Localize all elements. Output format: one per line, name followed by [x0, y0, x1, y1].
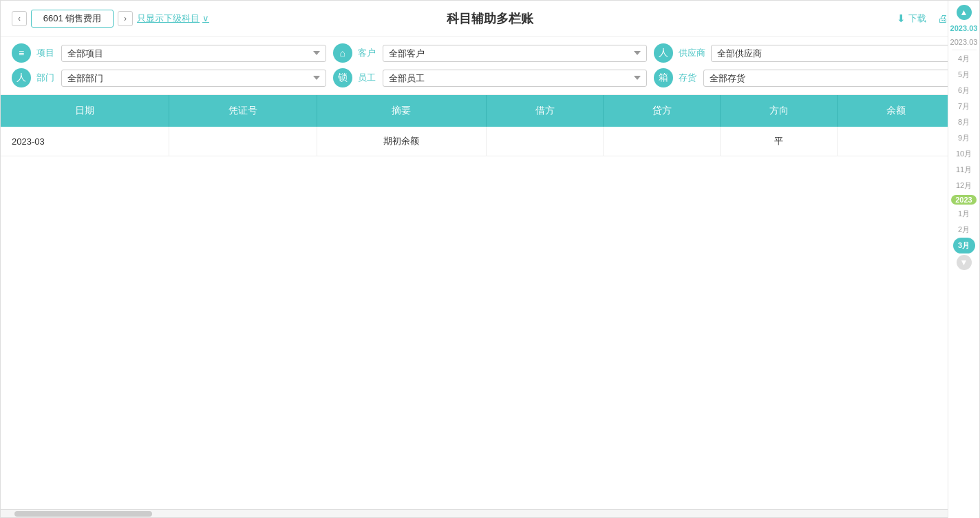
timeline-month-12月[interactable]: 12月 [948, 178, 979, 194]
supplier-select[interactable]: 全部供应商 [711, 45, 968, 62]
project-icon: ≡ [12, 43, 31, 63]
show-sub-button[interactable]: 只显示下级科目 ∨ [137, 12, 209, 25]
cell-借方 [487, 127, 604, 156]
table-container: 日期凭证号摘要借方贷方方向余额 2023-03期初余额平 [1, 95, 955, 156]
timeline-month-above-0[interactable]: 2023.03 [948, 21, 979, 35]
project-label: 项目 [36, 47, 56, 59]
department-icon: 人 [12, 68, 31, 87]
inventory-icon: 箱 [654, 68, 673, 87]
timeline-month-7月[interactable]: 7月 [948, 99, 979, 114]
scrollbar-thumb[interactable] [14, 511, 152, 517]
supplier-icon: 人 [654, 43, 673, 63]
timeline-month-below-3月[interactable]: 3月 [953, 238, 975, 253]
table-header-row: 日期凭证号摘要借方贷方方向余额 [1, 95, 955, 127]
customer-select[interactable]: 全部客户 [383, 45, 648, 62]
cell-日期: 2023-03 [1, 127, 169, 156]
cell-凭证号 [169, 127, 317, 156]
print-icon: 🖨 [937, 12, 948, 24]
nav-area: ‹ 6601 销售费用 › 只显示下级科目 ∨ [12, 10, 209, 28]
prev-account-button[interactable]: ‹ [12, 11, 27, 26]
customer-icon: ⌂ [333, 43, 352, 63]
cell-余额 [838, 127, 955, 156]
data-table: 日期凭证号摘要借方贷方方向余额 2023-03期初余额平 [1, 95, 955, 156]
col-借方: 借方 [487, 95, 604, 127]
employee-label: 员工 [358, 72, 377, 84]
filter-area: ≡项目全部项目⌂客户全部客户人供应商全部供应商人部门全部部门锁员工全部员工箱存货… [1, 37, 979, 95]
timeline-month-11月[interactable]: 11月 [948, 162, 979, 178]
download-button[interactable]: ⬇ 下载 [897, 12, 926, 25]
timeline-up-arrow[interactable]: ▲ [957, 5, 972, 20]
department-select[interactable]: 全部部门 [61, 70, 326, 87]
timeline-month-above-1[interactable]: 2023.03 [948, 35, 979, 49]
download-icon: ⬇ [897, 12, 906, 25]
main-window: ‹ 6601 销售费用 › 只显示下级科目 ∨ 科目辅助多栏账 ⬇ 下载 🖨 打… [0, 0, 980, 518]
download-label: 下载 [908, 12, 926, 25]
timeline-month-10月[interactable]: 10月 [948, 146, 979, 162]
col-余额: 余额 [838, 95, 955, 127]
employee-select[interactable]: 全部员工 [383, 70, 648, 87]
main-content: 日期凭证号摘要借方贷方方向余额 2023-03期初余额平 [1, 95, 979, 517]
timeline-year-badge: 2023 [951, 195, 976, 205]
department-label: 部门 [36, 72, 56, 84]
col-凭证号: 凭证号 [169, 95, 317, 127]
timeline-month-5月[interactable]: 5月 [948, 67, 979, 83]
timeline-month-6月[interactable]: 6月 [948, 83, 979, 99]
col-摘要: 摘要 [317, 95, 487, 127]
project-select[interactable]: 全部项目 [61, 45, 326, 62]
next-account-button[interactable]: › [118, 11, 133, 26]
customer-label: 客户 [358, 47, 377, 59]
cell-贷方 [604, 127, 721, 156]
filter-item-supplier: 人供应商全部供应商 [654, 43, 968, 63]
bottom-scrollbar[interactable] [1, 509, 955, 517]
supplier-label: 供应商 [679, 47, 705, 59]
page-title: 科目辅助多栏账 [447, 10, 533, 27]
timeline-month-below-1月[interactable]: 1月 [948, 206, 979, 222]
employee-icon: 锁 [333, 68, 352, 87]
timeline-panel: ▲2023.032023.034月5月6月7月8月9月10月11月12月2023… [948, 1, 979, 518]
timeline-month-4月[interactable]: 4月 [948, 51, 979, 67]
table-row: 2023-03期初余额平 [1, 127, 955, 156]
col-日期: 日期 [1, 95, 169, 127]
timeline-down-arrow[interactable]: ▼ [957, 255, 972, 270]
col-方向: 方向 [721, 95, 838, 127]
timeline-month-8月[interactable]: 8月 [948, 114, 979, 130]
cell-方向: 平 [721, 127, 838, 156]
filter-item-department: 人部门全部部门 [12, 68, 326, 87]
account-code: 6601 销售费用 [31, 10, 114, 28]
filter-item-employee: 锁员工全部员工 [333, 68, 648, 87]
chevron-down-icon: ∨ [202, 13, 209, 23]
cell-摘要: 期初余额 [317, 127, 487, 156]
inventory-select[interactable]: 全部存货 [703, 70, 968, 87]
timeline-month-9月[interactable]: 9月 [948, 130, 979, 146]
filter-item-customer: ⌂客户全部客户 [333, 43, 648, 63]
top-bar: ‹ 6601 销售费用 › 只显示下级科目 ∨ 科目辅助多栏账 ⬇ 下载 🖨 打… [1, 1, 979, 37]
content-area: 日期凭证号摘要借方贷方方向余额 2023-03期初余额平 [1, 95, 979, 517]
filter-item-inventory: 箱存货全部存货 [654, 68, 968, 87]
show-sub-label: 只显示下级科目 [137, 12, 200, 25]
filter-item-project: ≡项目全部项目 [12, 43, 326, 63]
timeline-month-below-2月[interactable]: 2月 [948, 222, 979, 238]
timeline-divider-1 [952, 50, 977, 50]
col-贷方: 贷方 [604, 95, 721, 127]
inventory-label: 存货 [679, 72, 698, 84]
